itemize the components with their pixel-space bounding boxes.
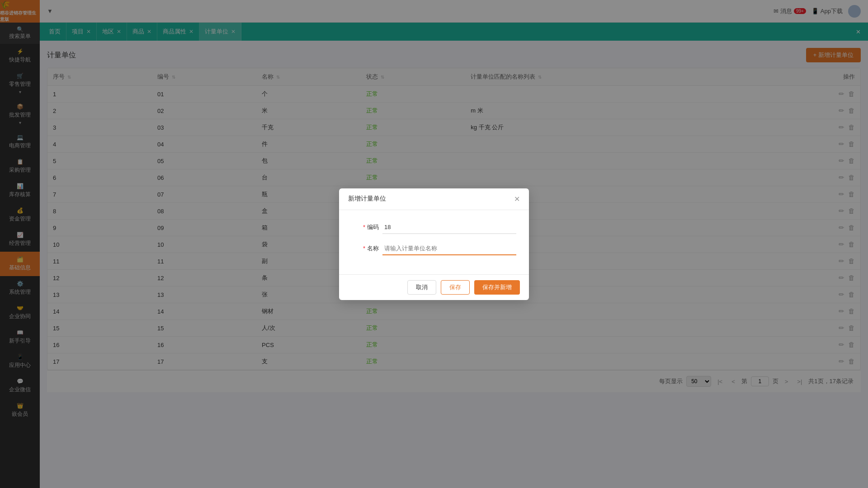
save-button[interactable]: 保存: [441, 280, 470, 295]
code-input[interactable]: [382, 221, 516, 234]
modal-title: 新增计量单位: [348, 195, 386, 203]
modal-body: *编码 *名称: [339, 210, 529, 274]
form-row-code: *编码: [352, 221, 516, 234]
add-unit-modal: 新增计量单位 ✕ *编码 *名称 取消 保存 保存并新增: [339, 188, 529, 300]
form-label-name: *名称: [352, 244, 379, 253]
modal-footer: 取消 保存 保存并新增: [339, 274, 529, 300]
form-label-code: *编码: [352, 223, 379, 231]
modal-close-button[interactable]: ✕: [514, 195, 520, 203]
modal-header: 新增计量单位 ✕: [339, 188, 529, 210]
form-row-name: *名称: [352, 242, 516, 255]
save-and-new-button[interactable]: 保存并新增: [474, 280, 520, 295]
modal-overlay: 新增计量单位 ✕ *编码 *名称 取消 保存 保存并新增: [0, 0, 868, 488]
name-input[interactable]: [382, 242, 516, 255]
cancel-button[interactable]: 取消: [407, 280, 436, 295]
